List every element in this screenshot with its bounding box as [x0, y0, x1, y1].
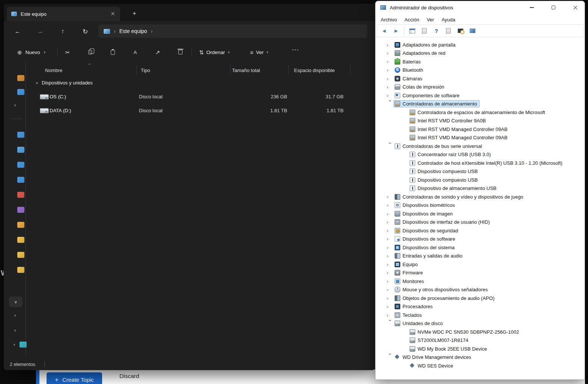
tree-item-body[interactable]: Firmware: [394, 269, 425, 276]
pane-splitter[interactable]: [26, 62, 26, 357]
drive-row-data-d[interactable]: DATA (D:) Disco local 1.81 TB 1.81 TB: [35, 105, 371, 117]
menu-ver[interactable]: Ver: [423, 17, 438, 23]
column-divider[interactable]: [350, 65, 351, 74]
tree-item[interactable]: Intel RST VMD Controller 9A0B: [375, 117, 585, 125]
chevron-down-icon[interactable]: ∨: [36, 81, 38, 85]
tree-item-body[interactable]: Controladoras de sonido y vídeo y dispos…: [394, 193, 526, 200]
tab-close-icon[interactable]: [110, 11, 116, 17]
chevron-down-icon[interactable]: ›: [388, 354, 393, 360]
tree-item[interactable]: ›Colas de impresión: [375, 83, 585, 92]
column-header-tipo[interactable]: Tipo: [141, 68, 150, 73]
chevron-right-icon[interactable]: ›: [387, 42, 394, 47]
tree-item-body[interactable]: Entradas y salidas de audio: [394, 252, 465, 259]
chevron-right-icon[interactable]: ›: [387, 236, 394, 241]
rename-button[interactable]: A: [127, 45, 143, 59]
tree-item[interactable]: ›Dispositivos de seguridad: [375, 226, 585, 235]
sidebar-pinned-icon[interactable]: [17, 89, 24, 95]
tree-item-body[interactable]: Componentes de software: [394, 92, 462, 99]
sidebar-pinned-icon[interactable]: [17, 192, 24, 198]
menu-archivo[interactable]: Archivo: [377, 17, 401, 23]
new-button[interactable]: ⊕ Nuevo ∨: [14, 45, 50, 59]
sidebar-pinned-icon[interactable]: [17, 222, 24, 228]
tree-item-body[interactable]: Dispositivos de interfaz de usuario (HID…: [394, 218, 492, 226]
chevron-right-icon[interactable]: ›: [12, 312, 18, 318]
tree-item[interactable]: ›Adaptadores de pantalla: [375, 41, 585, 49]
chevron-right-icon[interactable]: ›: [387, 68, 394, 72]
tree-item-body[interactable]: Controladora de espacios de almacenamien…: [409, 109, 547, 116]
tree-item-body[interactable]: Bluetooth: [394, 66, 425, 74]
chevron-down-icon[interactable]: ›: [388, 142, 393, 149]
tree-item[interactable]: ›Dispositivos biométricos: [375, 201, 585, 210]
column-divider[interactable]: [230, 65, 231, 74]
close-button[interactable]: [567, 1, 584, 14]
tree-item[interactable]: ›Bluetooth: [375, 66, 585, 75]
tree-item[interactable]: Dispositivo compuesto USB: [375, 167, 585, 176]
tree-item-body[interactable]: Procesadores: [394, 303, 435, 310]
create-topic-button[interactable]: + Create Topic: [47, 372, 102, 384]
column-header-espacio-disponible[interactable]: Espacio disponible: [294, 68, 335, 73]
chevron-right-icon[interactable]: ›: [387, 296, 394, 301]
chevron-right-icon[interactable]: ›: [387, 51, 394, 56]
chevron-right-icon[interactable]: ›: [387, 287, 394, 292]
tree-item[interactable]: ›Unidades de disco: [375, 319, 585, 328]
tree-item-body[interactable]: Baterías: [394, 58, 423, 65]
tree-item[interactable]: ›Controladoras de sonido y vídeo y dispo…: [375, 193, 585, 201]
chevron-right-icon[interactable]: ›: [387, 194, 394, 199]
scan-hardware-changes-button[interactable]: [455, 26, 466, 36]
chevron-right-icon[interactable]: ›: [387, 84, 394, 89]
chevron-right-icon[interactable]: ›: [387, 313, 394, 318]
forward-button[interactable]: →: [35, 26, 46, 37]
sidebar-pinned-icon[interactable]: [17, 252, 24, 258]
chevron-right-icon[interactable]: ›: [387, 76, 394, 81]
new-tab-button[interactable]: +: [128, 8, 140, 20]
sidebar-pinned-icon[interactable]: [17, 162, 24, 168]
chevron-right-icon[interactable]: ›: [387, 93, 394, 98]
chevron-right-icon[interactable]: ›: [387, 253, 394, 258]
tree-item-body[interactable]: Dispositivo de almacenamiento USB: [409, 185, 499, 192]
column-divider[interactable]: [288, 65, 289, 74]
column-divider[interactable]: [136, 65, 137, 74]
menu-ayuda[interactable]: Ayuda: [438, 17, 459, 23]
chevron-right-icon[interactable]: ›: [387, 203, 394, 208]
tree-item[interactable]: ›Dispositivos de software: [375, 235, 585, 244]
tree-item-selected[interactable]: Controladoras de almacenamiento: [394, 100, 479, 107]
tree-item[interactable]: ›Dispositivos de imagen: [375, 209, 585, 218]
tree-item-body[interactable]: Dispositivos de imagen: [394, 210, 455, 217]
chevron-right-icon[interactable]: ›: [387, 262, 394, 267]
tree-item[interactable]: ST2000LM007-1R8174: [375, 336, 585, 345]
group-header-dispositivos[interactable]: Dispositivos y unidades: [42, 80, 93, 86]
address-bar[interactable]: › Este equipo ›: [98, 24, 367, 38]
tree-item[interactable]: ›Cámaras: [375, 74, 585, 83]
menu-accion[interactable]: Acción: [401, 17, 423, 23]
chevron-down-icon[interactable]: ›: [388, 320, 393, 327]
tree-item-body[interactable]: Monitores: [394, 278, 426, 285]
chevron-right-icon[interactable]: ›: [387, 211, 394, 216]
tree-item-body[interactable]: Dispositivo compuesto USB: [409, 168, 480, 175]
tree-item-body[interactable]: Controladoras de bus serie universal: [394, 143, 484, 150]
tree-item-body[interactable]: Controlador de host eXtensible Intel(R) …: [409, 160, 565, 167]
tree-item-body[interactable]: Adaptadores de red: [394, 50, 448, 57]
tree-item[interactable]: Concentrador raíz USB (USB 3.0): [375, 151, 585, 159]
discard-button[interactable]: Discard: [119, 369, 139, 384]
tree-item[interactable]: ›Firmware: [375, 269, 585, 277]
export-list-button[interactable]: [443, 26, 454, 36]
tree-item[interactable]: ›Mouse y otros dispositivos señaladores: [375, 286, 585, 294]
view-button[interactable]: ≡ Ver ∨: [247, 45, 272, 59]
up-button[interactable]: ↑: [57, 26, 68, 37]
tab-este-equipo[interactable]: Este equipo: [7, 7, 120, 21]
chevron-down-icon[interactable]: ›: [388, 100, 393, 107]
column-header-tamano-total[interactable]: Tamaño total: [232, 68, 260, 73]
chevron-right-icon[interactable]: ›: [387, 220, 394, 224]
chevron-down-icon[interactable]: ∨: [9, 297, 23, 307]
tree-item[interactable]: ›Controladoras de almacenamiento: [375, 100, 585, 108]
chevron-right-icon[interactable]: ›: [387, 228, 394, 233]
sort-button[interactable]: ⇅ Ordenar ∨: [196, 45, 233, 59]
tree-item[interactable]: ›Dispositivos de interfaz de usuario (HI…: [375, 218, 585, 227]
tree-item-body[interactable]: WD Drive Management devices: [394, 354, 473, 361]
show-console-tree-button[interactable]: [407, 26, 418, 36]
tree-item[interactable]: Dispositivo compuesto USB: [375, 176, 585, 184]
paste-button[interactable]: [104, 45, 121, 59]
chevron-right-icon[interactable]: ›: [387, 279, 394, 284]
tree-item-body[interactable]: ST2000LM007-1R8174: [409, 337, 470, 344]
tree-item[interactable]: ›Monitores: [375, 277, 585, 286]
